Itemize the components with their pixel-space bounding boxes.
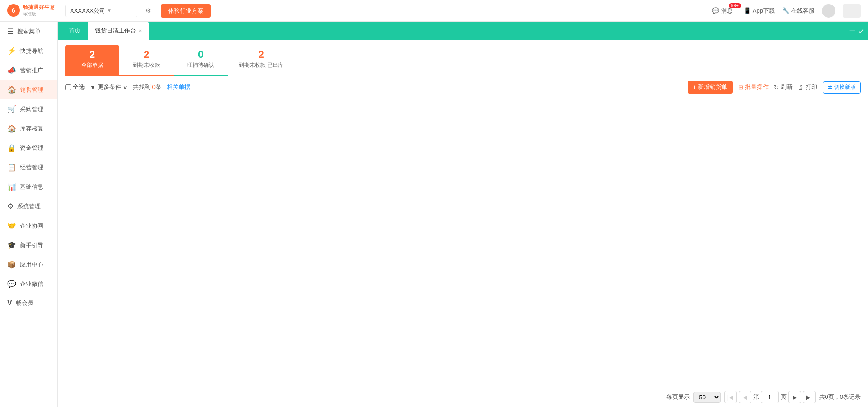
sidebar-label-search-menu: 搜索菜单 (17, 28, 41, 36)
page-prev-button[interactable]: ◀ (739, 391, 751, 403)
user-name-area[interactable] (843, 4, 861, 18)
sidebar-item-inventory[interactable]: 🏠 库存核算 (0, 119, 57, 138)
select-all-checkbox-label[interactable]: 全选 (65, 83, 85, 91)
sidebar: ☰ 搜索菜单 ⚡ 快捷导航 📣 营销推广 🏠 销售管理 🛒 采购管理 🏠 库存核… (0, 22, 58, 407)
sidebar-label-app-center: 应用中心 (20, 261, 43, 269)
sidebar-label-sales: 销售管理 (20, 86, 43, 94)
filter-chevron-icon: ∨ (123, 84, 127, 91)
chevron-down-icon: ▼ (107, 8, 112, 13)
stat-num-pending: 0 (184, 49, 217, 61)
app-download-button[interactable]: 📱 App下载 (744, 7, 775, 15)
sidebar-label-finance: 资金管理 (20, 144, 43, 152)
stat-label-pending: 旺辅待确认 (184, 61, 217, 69)
tab-maximize-icon[interactable]: ⤢ (859, 27, 864, 35)
print-label: 打印 (806, 83, 817, 91)
sidebar-item-search-menu[interactable]: ☰ 搜索菜单 (0, 22, 57, 41)
sidebar-item-app-center[interactable]: 📦 应用中心 (0, 255, 57, 274)
settings-button[interactable]: ⚙ (141, 4, 156, 18)
sidebar-label-operations: 经营管理 (20, 164, 43, 172)
stat-tab-out[interactable]: 2 到期未收款 已出库 (228, 45, 294, 76)
phone-icon: 📱 (744, 7, 751, 14)
page-next-button[interactable]: ▶ (788, 391, 801, 403)
sidebar-item-operations[interactable]: 📋 经营管理 (0, 158, 57, 177)
filter-button[interactable]: ▼ 更多条件 ∨ (90, 83, 127, 91)
tab-close-icon[interactable]: × (139, 28, 142, 33)
batch-button[interactable]: ⊞ 批量操作 (738, 83, 769, 91)
sidebar-item-quick-nav[interactable]: ⚡ 快捷导航 (0, 41, 57, 61)
guide-icon: 🎓 (7, 241, 16, 249)
sidebar-label-marketing: 营销推广 (20, 66, 43, 75)
page-label: 第 (753, 393, 759, 401)
new-sale-button[interactable]: + 新增销货单 (688, 81, 733, 94)
sidebar-item-enterprise[interactable]: 🤝 企业协同 (0, 216, 57, 235)
toolbar-left: 全选 ▼ 更多条件 ∨ 共找到 0条 相关单据 (65, 83, 682, 91)
cart-icon: 🛒 (7, 105, 16, 113)
sidebar-label-quick-nav: 快捷导航 (20, 47, 43, 55)
related-link[interactable]: 相关单据 (167, 83, 190, 91)
toolbar: 全选 ▼ 更多条件 ∨ 共找到 0条 相关单据 + 新增销货单 ⊞ 批量操作 (58, 76, 868, 98)
page-size-select[interactable]: 50 100 200 (693, 392, 721, 403)
app-center-icon: 📦 (7, 260, 16, 269)
stat-num-overdue: 2 (130, 49, 163, 61)
app-download-label: App下载 (753, 7, 775, 15)
gear-icon: ⚙ (146, 7, 151, 14)
stat-label-all: 全部单据 (76, 61, 108, 69)
sidebar-item-marketing[interactable]: 📣 营销推广 (0, 61, 57, 80)
message-button[interactable]: 💬 消息 99+ (708, 7, 736, 15)
sidebar-label-inventory: 库存核算 (20, 125, 43, 133)
stat-tab-overdue[interactable]: 2 到期未收款 (119, 45, 174, 76)
print-button[interactable]: 🖨 打印 (798, 83, 817, 91)
trial-button[interactable]: 体验行业方案 (161, 4, 211, 18)
finance-icon: 🔒 (7, 144, 16, 152)
tab-minimize-icon[interactable]: ─ (850, 27, 855, 35)
page-first-button[interactable]: |◀ (724, 391, 737, 403)
home-tab-label: 首页 (69, 27, 80, 35)
company-name: XXXXXX公司 (70, 7, 105, 15)
sidebar-item-guide[interactable]: 🎓 新手引导 (0, 235, 57, 255)
system-icon: ⚙ (7, 202, 14, 211)
select-all-checkbox[interactable] (65, 84, 71, 90)
wechat-icon: 💬 (7, 280, 16, 288)
tab-active[interactable]: 钱货日清工作台 × (88, 22, 149, 40)
stat-num-out: 2 (239, 49, 283, 61)
footer-pagination: 每页显示 50 100 200 |◀ ◀ 第 页 ▶ ▶| 共0页，0条记录 (58, 387, 868, 407)
tab-home[interactable]: 首页 (61, 22, 88, 40)
megaphone-icon: 📣 (7, 66, 16, 75)
refresh-label: 刷新 (781, 83, 793, 91)
sidebar-label-enterprise: 企业协同 (20, 222, 43, 230)
header-right: 💬 消息 99+ 📱 App下载 🔧 在线客服 (708, 4, 861, 18)
main-wrapper: 首页 钱货日清工作台 × ─ ⤢ 2 全部单据 2 到期未收款 0 旺辅待确认 (58, 22, 868, 407)
page-unit: 页 (781, 393, 787, 401)
page-input[interactable] (761, 391, 779, 403)
avatar[interactable] (822, 4, 835, 18)
sidebar-label-basic-info: 基础信息 (20, 183, 43, 191)
sidebar-item-sales[interactable]: 🏠 销售管理 (0, 80, 57, 99)
operations-icon: 📋 (7, 163, 16, 172)
stat-tab-all[interactable]: 2 全部单据 (65, 45, 119, 76)
found-unit: 条 (156, 84, 161, 90)
sidebar-item-basic-info[interactable]: 📊 基础信息 (0, 177, 57, 196)
page-last-button[interactable]: ▶| (803, 391, 816, 403)
online-service-label: 在线客服 (791, 7, 815, 15)
sidebar-item-finance[interactable]: 🔒 资金管理 (0, 138, 57, 158)
company-selector[interactable]: XXXXXX公司 ▼ (65, 5, 137, 17)
sidebar-item-system[interactable]: ⚙ 系统管理 (0, 196, 57, 216)
refresh-button[interactable]: ↻ 刷新 (774, 83, 793, 91)
message-badge: 99+ (729, 3, 741, 8)
page-size-label: 每页显示 (666, 393, 690, 401)
top-header: 6 畅捷通好生意 标准版 XXXXXX公司 ▼ ⚙ 体验行业方案 💬 消息 99… (0, 0, 868, 22)
tab-actions: ─ ⤢ (850, 27, 864, 35)
stats-tabs: 2 全部单据 2 到期未收款 0 旺辅待确认 2 到期未收款 已出库 (58, 40, 868, 76)
sidebar-label-vip: 畅会员 (16, 299, 33, 307)
sidebar-label-purchase: 采购管理 (20, 105, 43, 113)
message-icon: 💬 (712, 7, 719, 14)
stat-tab-pending[interactable]: 0 旺辅待确认 (174, 45, 228, 76)
online-service-button[interactable]: 🔧 在线客服 (782, 7, 815, 15)
filter-label: 更多条件 (98, 83, 121, 91)
switch-button[interactable]: ⇄ 切换新版 (823, 81, 861, 94)
sidebar-item-purchase[interactable]: 🛒 采购管理 (0, 99, 57, 119)
sidebar-item-wechat[interactable]: 💬 企业微信 (0, 274, 57, 294)
stat-label-out: 到期未收款 已出库 (239, 61, 283, 69)
info-icon: 📊 (7, 182, 16, 191)
sidebar-item-vip[interactable]: V 畅会员 (0, 294, 57, 313)
